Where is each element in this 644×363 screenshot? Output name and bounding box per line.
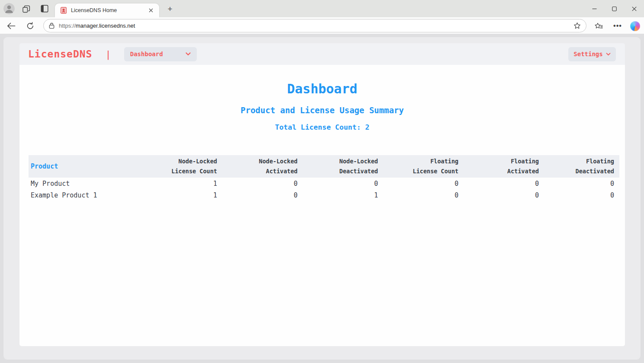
settings-dropdown-label: Settings — [574, 51, 602, 57]
minimize-icon[interactable] — [584, 0, 604, 17]
lock-icon[interactable] — [49, 22, 54, 29]
page-title: Dashboard — [19, 81, 625, 96]
value-cell: 0 — [217, 178, 298, 189]
value-cell: 0 — [539, 189, 619, 201]
usage-table: Product Node-Locked License Count Node-L… — [29, 155, 619, 201]
tab-close-icon[interactable] — [147, 6, 155, 14]
value-cell: 1 — [137, 189, 217, 201]
tab-actions-icon[interactable] — [40, 4, 49, 13]
page-subtitle: Product and License Usage Summary — [19, 105, 625, 115]
tab-title: LicenseDNS Home — [71, 7, 147, 13]
url-scheme: https:// — [59, 22, 76, 29]
back-icon[interactable] — [6, 21, 16, 31]
value-cell: 0 — [458, 189, 539, 201]
value-cell: 1 — [298, 189, 378, 201]
refresh-icon[interactable] — [25, 21, 35, 31]
window-controls — [584, 0, 644, 17]
column-header-floating-count: Floating License Count — [378, 155, 458, 178]
brand-divider: | — [105, 49, 111, 60]
favorite-star-icon[interactable] — [574, 22, 581, 29]
product-name-cell: My Product — [29, 178, 137, 189]
url-host: manager.licensedns.net — [76, 22, 135, 29]
chevron-down-icon — [606, 53, 611, 56]
value-cell: 0 — [378, 178, 458, 189]
product-name-cell: Example Product 1 — [29, 189, 137, 201]
value-cell: 0 — [378, 189, 458, 201]
profile-icon — [3, 3, 15, 14]
browser-tab[interactable]: LicenseDNS Home — [55, 3, 159, 17]
column-header-floating-deactivated: Floating Deactivated — [539, 155, 619, 178]
close-window-icon[interactable] — [624, 0, 644, 17]
column-header-floating-activated: Floating Activated — [458, 155, 539, 178]
favorites-hub-icon[interactable] — [593, 20, 605, 32]
tab-strip: LicenseDNS Home + — [0, 0, 644, 17]
site-header: LicenseDNS | Dashboard Settings — [19, 43, 625, 65]
column-header-nodelocked-activated: Node-Locked Activated — [217, 155, 298, 178]
maximize-icon[interactable] — [604, 0, 624, 17]
address-bar[interactable]: https://manager.licensedns.net — [43, 19, 586, 32]
profile-avatar[interactable] — [3, 3, 15, 14]
value-cell: 0 — [217, 189, 298, 201]
nav-dropdown-label: Dashboard — [130, 51, 163, 57]
main-content-card: Dashboard Product and License Usage Summ… — [19, 65, 625, 346]
table-row[interactable]: Example Product 1 1 0 1 0 0 0 — [29, 189, 619, 201]
site-favicon — [60, 7, 67, 14]
browser-toolbar: https://manager.licensedns.net ••• — [0, 17, 644, 34]
browser-window: LicenseDNS Home + — [0, 0, 644, 363]
chevron-down-icon — [186, 52, 191, 56]
total-license-count: Total License Count: 2 — [19, 123, 625, 131]
column-header-product[interactable]: Product — [29, 155, 137, 178]
value-cell: 0 — [539, 178, 619, 189]
nav-dropdown-dashboard[interactable]: Dashboard — [124, 47, 197, 61]
settings-more-icon[interactable]: ••• — [612, 20, 623, 32]
value-cell: 0 — [458, 178, 539, 189]
table-header-row: Product Node-Locked License Count Node-L… — [29, 155, 619, 178]
value-cell: 0 — [298, 178, 378, 189]
brand-logo[interactable]: LicenseDNS — [28, 48, 92, 60]
table-row[interactable]: My Product 1 0 0 0 0 0 — [29, 178, 619, 189]
new-tab-button[interactable]: + — [165, 4, 175, 14]
column-header-nodelocked-count: Node-Locked License Count — [137, 155, 217, 178]
column-header-nodelocked-deactivated: Node-Locked Deactivated — [298, 155, 378, 178]
window-frame: LicenseDNS | Dashboard Settings Dashboar… — [0, 34, 644, 363]
web-viewport: LicenseDNS | Dashboard Settings Dashboar… — [3, 37, 641, 360]
settings-dropdown[interactable]: Settings — [568, 47, 616, 61]
workspaces-icon[interactable] — [22, 4, 31, 13]
copilot-icon[interactable] — [629, 20, 641, 32]
value-cell: 1 — [137, 178, 217, 189]
